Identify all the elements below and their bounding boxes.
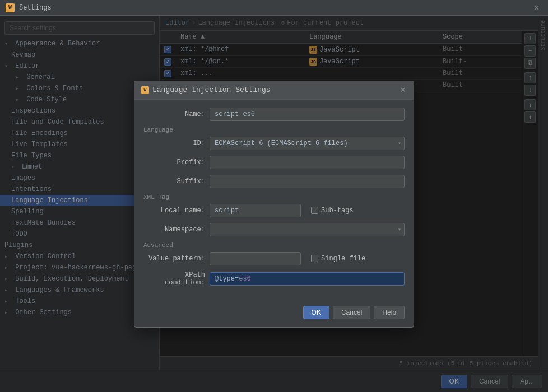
xpath-row: XPath condition: @type= es6 xyxy=(143,271,405,287)
subtags-text: Sub-tags xyxy=(321,207,354,214)
namespace-label: Namespace: xyxy=(143,226,205,234)
value-pattern-row: Value pattern: Single file xyxy=(143,252,405,265)
suffix-label: Suffix: xyxy=(143,178,205,185)
app-icon: W xyxy=(6,3,15,12)
modal-footer: OK Cancel Help xyxy=(134,300,414,327)
single-file-label[interactable]: Single file xyxy=(311,255,365,263)
modal-cancel-button[interactable]: Cancel xyxy=(333,306,370,319)
prefix-label: Prefix: xyxy=(143,158,205,166)
window-title: Settings xyxy=(19,4,52,12)
modal-close-button[interactable]: ✕ xyxy=(399,86,407,95)
suffix-input[interactable] xyxy=(210,175,405,188)
modal-body: Name: Language ID: ECMAScript 6 (ECMAScr… xyxy=(134,100,414,300)
title-bar: W Settings ✕ xyxy=(0,0,548,16)
prefix-input[interactable] xyxy=(210,156,405,169)
name-input[interactable] xyxy=(210,108,405,121)
value-pattern-label: Value pattern: xyxy=(143,255,205,263)
xpath-input-container[interactable]: @type= es6 xyxy=(210,272,405,286)
xml-tag-section-label: XML Tag xyxy=(143,194,405,200)
language-id-select-wrapper: ECMAScript 6 (ECMAScript 6 files) ▾ xyxy=(210,137,405,150)
advanced-section-label: Advanced xyxy=(143,242,405,249)
name-label: Name: xyxy=(143,110,205,118)
modal-help-button[interactable]: Help xyxy=(374,306,405,319)
subtags-checkbox[interactable] xyxy=(311,207,318,214)
xpath-prefix: @type= xyxy=(215,275,239,283)
xpath-label: XPath condition: xyxy=(143,271,205,287)
modal-title-bar: W Language Injection Settings ✕ xyxy=(134,81,414,100)
name-row: Name: xyxy=(143,108,405,121)
local-name-label: Local name: xyxy=(143,207,205,214)
modal-ok-button[interactable]: OK xyxy=(303,306,329,319)
language-id-label: ID: xyxy=(143,139,205,147)
prefix-row: Prefix: xyxy=(143,156,405,169)
single-file-text: Single file xyxy=(321,255,365,263)
suffix-row: Suffix: xyxy=(143,175,405,188)
language-section-label: Language xyxy=(143,127,405,133)
value-pattern-input[interactable] xyxy=(210,252,301,265)
modal-overlay: W Language Injection Settings ✕ Name: La… xyxy=(0,16,548,392)
single-file-checkbox[interactable] xyxy=(311,255,318,262)
language-id-select[interactable]: ECMAScript 6 (ECMAScript 6 files) xyxy=(210,137,405,150)
language-id-row: ID: ECMAScript 6 (ECMAScript 6 files) ▾ xyxy=(143,137,405,150)
namespace-row: Namespace: ▾ xyxy=(143,223,405,236)
namespace-select[interactable] xyxy=(210,223,405,236)
language-injection-settings-modal: W Language Injection Settings ✕ Name: La… xyxy=(134,81,414,328)
modal-title: Language Injection Settings xyxy=(152,86,271,94)
window-close-button[interactable]: ✕ xyxy=(531,2,542,13)
modal-icon: W xyxy=(141,86,149,94)
subtags-label[interactable]: Sub-tags xyxy=(311,207,354,214)
xpath-value: es6 xyxy=(239,275,251,283)
local-name-row: Local name: Sub-tags xyxy=(143,204,405,217)
namespace-select-wrapper: ▾ xyxy=(210,223,405,236)
local-name-input[interactable] xyxy=(210,204,301,217)
